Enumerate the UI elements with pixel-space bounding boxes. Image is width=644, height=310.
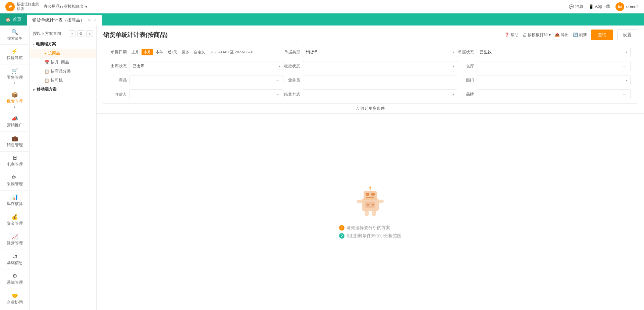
- month-product-icon: 📅: [44, 60, 49, 65]
- page-actions: ❓ 帮助 🖨 按模板打印 ▾ 📤 导出 🔄: [504, 30, 637, 40]
- panel-add-button[interactable]: +: [69, 30, 75, 37]
- category-icon: 📋: [44, 69, 49, 74]
- recipient-label: 收货人: [110, 92, 127, 97]
- product-dots-icon[interactable]: ···: [276, 78, 279, 83]
- filter-out-status: 出库状态 已出库 ▾: [110, 61, 283, 71]
- tab-sales-stat[interactable]: 销货单统计计表（按商品） ✕ ⤢: [27, 15, 102, 25]
- filter-dept-value[interactable]: ▾: [477, 75, 631, 85]
- sidebar-item-inventory[interactable]: 📊 库存核算: [0, 191, 29, 210]
- sidebar-item-finance[interactable]: 💰 资金管理: [0, 210, 29, 230]
- sidebar-item-enterprise[interactable]: 🤝 企业协同: [0, 289, 29, 309]
- tree-item-by-cashier[interactable]: 📋 按司机: [30, 76, 96, 85]
- sidebar-item-wholesale[interactable]: 📦 批发管理 ▴: [0, 88, 29, 112]
- date-range-text: 2023-03-01 至 2023-03-31: [210, 50, 254, 55]
- svg-rect-9: [365, 210, 369, 216]
- filter-collect-status-value[interactable]: ▾: [303, 61, 457, 71]
- print-chevron-icon: ▾: [549, 33, 551, 37]
- sidebar-item-basic[interactable]: 🗂 基础信息: [0, 250, 29, 269]
- tree-expand-mobile-icon: ▶: [33, 88, 35, 91]
- panel-collapse-button[interactable]: «: [86, 30, 93, 37]
- filter-salesperson: 业务员 ···: [283, 75, 457, 85]
- warehouse-dots-icon[interactable]: ···: [623, 64, 626, 68]
- svg-point-13: [372, 204, 374, 206]
- print-link[interactable]: 🖨 按模板打印 ▾: [523, 32, 551, 38]
- panel-header: 按以下方案查询 + ⚙ «: [30, 29, 96, 40]
- sidebar-item-ecom[interactable]: 🖥 电商管理: [0, 152, 29, 171]
- settings-button[interactable]: 设置: [617, 30, 637, 40]
- filter-warehouse: 仓库 ···: [457, 61, 631, 71]
- collapse-bar[interactable]: ∧ 收起更多条件: [103, 103, 637, 113]
- operations-icon: 📈: [11, 234, 18, 240]
- filter-out-status-value[interactable]: 已出库 ▾: [129, 61, 283, 71]
- type-chevron-icon: ▾: [452, 50, 454, 54]
- filter-payment-value[interactable]: ▾: [303, 89, 457, 99]
- dept-label: 部门: [457, 78, 474, 83]
- date-tab-7days[interactable]: 近7天: [166, 49, 179, 55]
- brand-dots-icon[interactable]: ···: [623, 92, 626, 97]
- top-bar: 好 畅捷信好生意 标版 办公用品行业模拟账套 ▾ 💬 消息 📱 App下载 Ea…: [0, 0, 644, 13]
- tab-home[interactable]: 🏠 首页: [0, 13, 27, 25]
- message-button[interactable]: 💬 消息: [569, 4, 583, 9]
- status-chevron-icon: ▾: [626, 50, 628, 54]
- salesperson-dots-icon[interactable]: ···: [449, 78, 453, 83]
- basic-icon: 🗂: [12, 253, 17, 259]
- left-panel: 按以下方案查询 + ⚙ « ▾ 电脑端方案 ● 按商品 📅 按月+商品: [30, 25, 97, 310]
- sidebar-item-system[interactable]: ⚙ 系统管理: [0, 269, 29, 289]
- sidebar-item-operations[interactable]: 📈 经营管理: [0, 230, 29, 250]
- date-tab-more[interactable]: 更多: [180, 49, 191, 55]
- export-link[interactable]: 📤 导出: [555, 32, 569, 38]
- refresh-link[interactable]: 🔄 刷新: [573, 32, 587, 38]
- filter-type-value[interactable]: 销货单 ▾: [303, 47, 457, 57]
- type-label: 单据类型: [283, 49, 300, 55]
- tree-section-mobile[interactable]: ▶ 移动端方案: [30, 85, 96, 94]
- filter-recipient-value[interactable]: ···: [129, 89, 283, 99]
- tree-section-pc[interactable]: ▾ 电脑端方案: [30, 40, 96, 49]
- sidebar-item-search[interactable]: 🔍 搜索菜单: [0, 25, 29, 45]
- svg-rect-4: [366, 197, 374, 198]
- finance-icon: 💰: [11, 214, 18, 220]
- inventory-icon: 📊: [11, 194, 18, 200]
- filter-collect-status: 收款状态 ▾: [283, 61, 457, 71]
- app-selector[interactable]: 办公用品行业模拟账套 ▾: [42, 3, 89, 10]
- sidebar: 🔍 搜索菜单 ⚡ 快捷导航 🛒 零售管理 ▾ 📦 批发管理 ▴ 📣 营销推广 💼…: [0, 25, 30, 310]
- filter-warehouse-value[interactable]: ···: [477, 61, 631, 71]
- sidebar-item-retail[interactable]: 🛒 零售管理 ▾: [0, 64, 29, 88]
- date-tab-custom[interactable]: 自定义: [192, 49, 207, 55]
- sidebar-item-marketing[interactable]: 📣 营销推广: [0, 112, 29, 132]
- page-title-row: 销货单统计计表(按商品) ❓ 帮助 🖨 按模板打印 ▾ 📤: [103, 30, 637, 40]
- tab-maximize-icon[interactable]: ⤢: [94, 18, 97, 22]
- empty-tip-1: 1 请先选择要分析的方案: [339, 225, 401, 231]
- tree-item-by-category[interactable]: 📋 按商品分类: [30, 67, 96, 76]
- dept-chevron-icon: ▾: [626, 79, 628, 82]
- date-tab-last-month[interactable]: 上月: [129, 49, 141, 55]
- filter-row-4: 收货人 ··· 结算方式 ▾: [110, 89, 631, 99]
- tab-close-icon[interactable]: ✕: [88, 18, 91, 22]
- sidebar-item-quicknav[interactable]: ⚡ 快捷导航: [0, 45, 29, 64]
- date-tab-this-year[interactable]: 本年: [154, 49, 165, 55]
- filter-product-value[interactable]: ···: [129, 75, 283, 85]
- marketing-icon: 📣: [11, 115, 18, 122]
- filter-brand-value[interactable]: ···: [477, 89, 631, 99]
- recipient-dots-icon[interactable]: ···: [276, 92, 279, 97]
- user-area[interactable]: Ea demo2: [615, 2, 639, 11]
- sales-icon: 💼: [11, 135, 18, 142]
- app-download-button[interactable]: 📱 App下载: [589, 4, 610, 9]
- svg-rect-7: [357, 200, 362, 203]
- filter-dept: 部门 ▾: [457, 75, 631, 85]
- sidebar-item-purchase[interactable]: 🛍 采购管理: [0, 171, 29, 191]
- tree-item-by-month-product[interactable]: 📅 按月+商品: [30, 58, 96, 67]
- logo-text: 畅捷信好生意 标版: [17, 2, 39, 11]
- query-button[interactable]: 查询: [591, 30, 613, 40]
- help-link[interactable]: ❓ 帮助: [504, 32, 519, 38]
- tree-item-by-product[interactable]: ● 按商品: [30, 49, 96, 58]
- home-icon: 🏠: [5, 17, 11, 22]
- main-layout: 🔍 搜索菜单 ⚡ 快捷导航 🛒 零售管理 ▾ 📦 批发管理 ▴ 📣 营销推广 💼…: [0, 25, 644, 310]
- date-tab-this-month[interactable]: 本月: [142, 49, 153, 55]
- sidebar-item-sales[interactable]: 💼 销售管理: [0, 132, 29, 152]
- filter-salesperson-value[interactable]: ···: [303, 75, 457, 85]
- panel-settings-button[interactable]: ⚙: [77, 30, 84, 37]
- filter-status-value[interactable]: 已生效 ▾: [477, 47, 631, 57]
- out-status-label: 出库状态: [110, 63, 127, 69]
- system-icon: ⚙: [12, 273, 17, 279]
- top-bar-left: 好 畅捷信好生意 标版 办公用品行业模拟账套 ▾: [5, 2, 89, 11]
